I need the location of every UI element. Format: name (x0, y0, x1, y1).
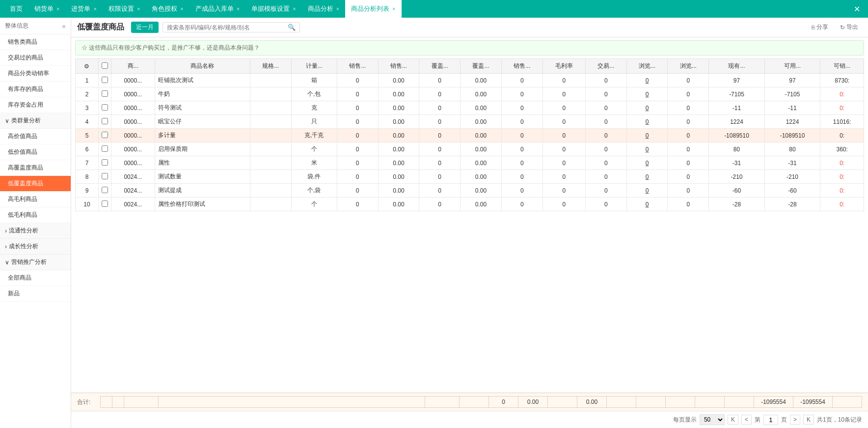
nav-sales-order[interactable]: 销货单 × (28, 0, 65, 18)
row-checkbox-8[interactable] (98, 170, 111, 184)
first-page-button[interactable]: K (728, 415, 738, 425)
close-product-analysis-icon[interactable]: × (336, 6, 339, 12)
row-view1-4[interactable]: 0 (626, 115, 668, 129)
row-current-8: -210 (709, 170, 765, 184)
nav-role-auth[interactable]: 角色授权 × (146, 0, 189, 18)
trade-column-header[interactable]: 交易... (585, 59, 626, 74)
nav-template-settings[interactable]: 单据模板设置 × (245, 0, 301, 18)
search-icon[interactable]: 🔍 (288, 24, 296, 31)
row-view1-5[interactable]: 0 (626, 129, 668, 143)
sidebar-section-liquidity[interactable]: › 流通性分析 (0, 223, 71, 239)
share-button[interactable]: ⎘ 分享 (808, 22, 832, 33)
page-number-input[interactable] (763, 415, 778, 425)
row-view1-1[interactable]: 0 (626, 74, 668, 87)
export-button[interactable]: ↻ 导出 (836, 22, 862, 33)
cov1-column-header[interactable]: 覆盖... (419, 59, 461, 74)
row-cov1-8: 0 (419, 170, 461, 184)
close-role-auth-icon[interactable]: × (180, 6, 183, 12)
row-checkbox-10[interactable] (98, 198, 111, 211)
unit-column-header[interactable]: 计量... (291, 59, 337, 74)
row-sales3-7: 0 (501, 156, 542, 170)
row-checkbox-1[interactable] (98, 74, 111, 87)
name-column-header[interactable]: 商品名称 (155, 59, 250, 74)
sidebar-item-traded-goods[interactable]: 交易过的商品 (0, 50, 71, 66)
close-permission-icon[interactable]: × (137, 6, 140, 12)
view2-column-header[interactable]: 浏览... (668, 59, 709, 74)
row-checkbox-2[interactable] (98, 87, 111, 101)
select-all-checkbox[interactable] (102, 62, 108, 69)
next-page-button[interactable]: > (790, 415, 800, 425)
nav-finished-goods[interactable]: 产成品入库单 × (190, 0, 245, 18)
period-button[interactable]: 近一月 (131, 22, 159, 33)
row-available-3: -11 (764, 101, 820, 115)
prev-page-button[interactable]: < (741, 415, 752, 425)
row-view1-10[interactable]: 0 (626, 198, 668, 211)
available-column-header[interactable]: 可用... (764, 59, 820, 74)
nav-permission-settings[interactable]: 权限设置 × (103, 0, 146, 18)
row-view1-9[interactable]: 0 (626, 184, 668, 198)
row-trade-6: 0 (585, 143, 626, 156)
sales3-column-header[interactable]: 销售... (501, 59, 542, 74)
nav-purchase-order[interactable]: 进货单 × (65, 0, 102, 18)
sales-qty-column-header[interactable]: 销售... (337, 59, 378, 74)
gross-margin-column-header[interactable]: 毛利率 (542, 59, 585, 74)
sales-amt-column-header[interactable]: 销售... (378, 59, 419, 74)
sidebar-item-stocked-goods[interactable]: 有库存的商品 (0, 82, 71, 97)
last-page-button[interactable]: K (803, 415, 814, 425)
sidebar-item-high-coverage[interactable]: 高覆盖度商品 (0, 160, 71, 176)
close-product-analysis-list-icon[interactable]: × (392, 6, 395, 12)
sidebar-section-marketing[interactable]: ∨ 营销推广分析 (0, 255, 71, 270)
sidebar-item-new-products[interactable]: 新品 (0, 286, 71, 302)
nav-home[interactable]: 首页 (4, 0, 28, 18)
cov2-column-header[interactable]: 覆盖... (461, 59, 502, 74)
sidebar-item-low-value[interactable]: 低价值商品 (0, 144, 71, 160)
row-checkbox-3[interactable] (98, 101, 111, 115)
chevron-right-icon-2: › (5, 243, 7, 250)
sidebar-item-stock-capital[interactable]: 库存资金占用 (0, 97, 71, 113)
sidebar-collapse-button[interactable]: « (62, 22, 66, 30)
sidebar-item-sales-goods[interactable]: 销售类商品 (0, 34, 71, 50)
nav-product-analysis-list[interactable]: 商品分析列表 × (345, 0, 401, 18)
row-view1-7[interactable]: 0 (626, 156, 668, 170)
page-size-select[interactable]: 50 100 200 (700, 414, 725, 425)
checkbox-column-header[interactable] (98, 59, 111, 74)
sidebar-section-cluster-analysis[interactable]: ∨ 类群量分析 (0, 113, 71, 129)
view1-column-header[interactable]: 浏览... (626, 59, 668, 74)
sidebar-item-all-goods[interactable]: 全部商品 (0, 270, 71, 286)
row-view2-9: 0 (668, 184, 709, 198)
row-checkbox-7[interactable] (98, 156, 111, 170)
total-pages-info: 共1页，10条记录 (817, 416, 862, 424)
window-close-button[interactable]: ✕ (850, 4, 864, 14)
row-checkbox-6[interactable] (98, 143, 111, 156)
sidebar-item-low-margin[interactable]: 低毛利商品 (0, 207, 71, 223)
row-view1-2[interactable]: 0 (626, 87, 668, 101)
row-checkbox-4[interactable] (98, 115, 111, 129)
sidebar-item-high-margin[interactable]: 高毛利商品 (0, 192, 71, 207)
close-purchase-order-icon[interactable]: × (93, 6, 96, 12)
sidebar-item-category-turnover[interactable]: 商品分类动销率 (0, 66, 71, 82)
search-input[interactable] (167, 24, 288, 31)
settings-column-header[interactable]: ⚙ (76, 59, 99, 74)
sellable-column-header[interactable]: 可销... (820, 59, 864, 74)
close-sales-order-icon[interactable]: × (56, 6, 59, 12)
spec-column-header[interactable]: 规格... (250, 59, 291, 74)
row-checkbox-5[interactable] (98, 129, 111, 143)
settings-icon[interactable]: ⚙ (84, 63, 89, 70)
row-gross-margin-7: 0 (542, 156, 585, 170)
sidebar-item-high-value[interactable]: 高价值商品 (0, 129, 71, 144)
row-view1-6[interactable]: 0 (626, 143, 668, 156)
nav-product-analysis[interactable]: 商品分析 × (302, 0, 345, 18)
row-current-3: -11 (709, 101, 765, 115)
current-column-header[interactable]: 现有... (709, 59, 765, 74)
close-template-icon[interactable]: × (293, 6, 296, 12)
row-sales3-5: 0 (501, 129, 542, 143)
sidebar-item-low-coverage[interactable]: 低覆盖度商品 (0, 176, 71, 192)
row-view1-8[interactable]: 0 (626, 170, 668, 184)
row-view1-3[interactable]: 0 (626, 101, 668, 115)
row-trade-9: 0 (585, 184, 626, 198)
sidebar-section-growth[interactable]: › 成长性分析 (0, 239, 71, 255)
code-column-header[interactable]: 商... (111, 59, 155, 74)
close-finished-goods-icon[interactable]: × (237, 6, 240, 12)
row-checkbox-9[interactable] (98, 184, 111, 198)
row-code-5: 0000... (111, 129, 155, 143)
